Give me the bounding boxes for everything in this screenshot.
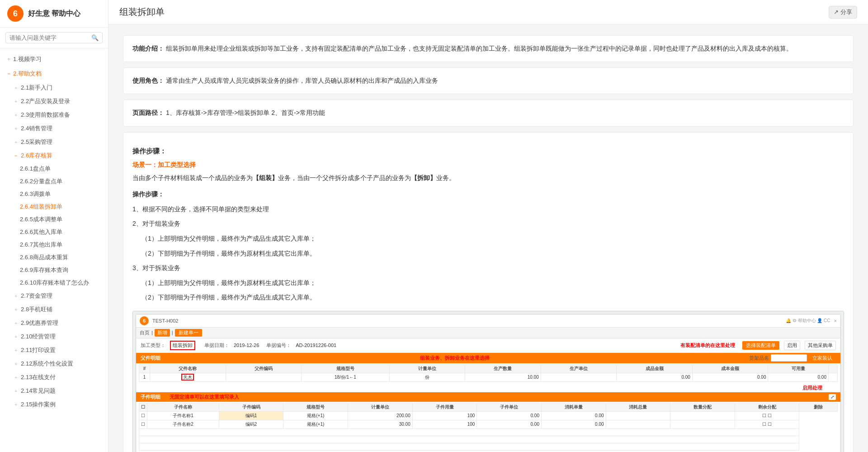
sidebar-item-partial-stocktake[interactable]: 2.6.2分量盘点单 (0, 175, 108, 188)
type-value: 组装拆卸 (170, 341, 195, 350)
th-prod-qty: 生产数量 (465, 364, 541, 373)
minus-icon-inventory: − (14, 153, 17, 158)
sidebar-item-coupon[interactable]: + 2.9优惠券管理 (0, 316, 108, 330)
table-row: ☐ 子件名称1 编码1 规格(+1) 200.00 100 0.00 0.00 (139, 411, 838, 420)
nav-new-btn[interactable]: 新增 (155, 329, 170, 337)
sidebar-item-mobile[interactable]: + 2.8手机旺铺 (0, 303, 108, 316)
btn-new-order[interactable]: 新建单一 (175, 329, 202, 337)
sidebar-item-purchase[interactable]: + 2.5采购管理 (0, 135, 108, 149)
plus-icon: + (14, 307, 17, 312)
sidebar-item-cases[interactable]: + 2.15操作案例 (0, 398, 108, 411)
sidebar-item-help-doc[interactable]: − 2.帮助文档 (0, 67, 108, 81)
sidebar-item-assembly[interactable]: 2.6.4组装拆卸单 (0, 200, 108, 213)
sidebar-item-settings[interactable]: + 2.12系统个性化设置 (0, 357, 108, 371)
annotation-top: 有装配清单的在这里处理 (680, 342, 735, 349)
bth-usage: 子件用量 (412, 403, 477, 411)
sidebar-item-finance[interactable]: + 2.7资金管理 (0, 289, 108, 303)
sidebar-item-ledger-fix[interactable]: 2.6.10库存账本错了怎么办 (0, 276, 108, 289)
intro-text: 组装拆卸单用来处理企业组装或拆卸等加工业务，支持有固定装配清单的产品加工业务，也… (166, 45, 793, 52)
search-box: 🔍 (0, 28, 108, 48)
section-top-label: 父件明细 (141, 355, 160, 362)
bth-unit: 计量单位 (348, 403, 413, 411)
sidebar-item-new-user[interactable]: + 2.1新手入门 (0, 81, 108, 95)
th-prod-unit: 生产单位 (541, 364, 617, 373)
section-bottom-bar: 子件明细 无固定清单可以在这里填写录入 ⤢ (136, 392, 840, 402)
plus-icon: + (14, 139, 17, 145)
table-row (139, 436, 838, 443)
sidebar-item-video[interactable]: + 1.视频学习 (0, 52, 108, 67)
topbar: 组装拆卸单 ↗ 分享 (108, 0, 868, 24)
plus-icon: + (7, 56, 10, 62)
date-value: 2019-12-26 (234, 343, 259, 348)
close-icon: × (834, 318, 837, 324)
plus-icon: + (14, 388, 17, 394)
search-label: 货架品名 (749, 355, 769, 362)
btn-action1[interactable]: 启用 (784, 341, 800, 350)
expand-icon[interactable]: ⤢ (829, 394, 836, 400)
sidebar-item-stocktake[interactable]: 2.6.1盘点单 (0, 162, 108, 175)
sidebar-item-ops[interactable]: + 2.10经营管理 (0, 330, 108, 343)
table-row (139, 443, 838, 450)
step2-a: （1）上部明细为父件明细，最终作为产成品生成其它入库单； (142, 233, 844, 245)
search-field[interactable] (771, 354, 807, 362)
section-bottom-label: 子件明细 (141, 394, 160, 400)
td-cost-amt: 0.00 (692, 373, 768, 381)
nav-home: 自页 (140, 329, 150, 336)
top-table-wrapper: # 父件名称 父件编码 规格型号 计量单位 生产数量 生产单位 成品金额 成本金 (136, 364, 840, 384)
th-spec: 规格型号 (302, 364, 389, 373)
sidebar-item-ledger-query[interactable]: 2.6.9库存账本查询 (0, 264, 108, 276)
btn-confirm[interactable]: 立家装认 (809, 354, 836, 362)
sidebar: 6 好生意 帮助中心 🔍 + 1.视频学习 − 2.帮助文档 + (0, 0, 108, 452)
td-prod-qty: 10.00 (465, 373, 541, 381)
bth-consume-total: 消耗总量 (606, 403, 670, 411)
app-wrapper: 6 TEST-H002 🔔 ⚙ 帮助中心 👤 CC × 自页 | 新增 | (133, 311, 844, 452)
bth-spec: 规格型号 (283, 403, 348, 411)
sidebar-item-other-in[interactable]: 2.6.6其他入库单 (0, 226, 108, 238)
sidebar-header: 6 好生意 帮助中心 (0, 0, 108, 28)
btn-select-bom[interactable]: 选择装配清单 (742, 341, 779, 350)
annotation-type: 组装业务、拆卸业务在这里选择 (420, 355, 490, 362)
sidebar-item-cost-recalc[interactable]: 2.6.8商品成本重算 (0, 251, 108, 264)
sidebar-item-install[interactable]: + 2.2产品安装及登录 (0, 95, 108, 108)
td-prod-unit (541, 373, 617, 381)
bth-qty-remain: 剩余分配 (735, 403, 799, 411)
th-parent-name: 父件名称 (150, 364, 226, 373)
step3-a: （1）上部明细为父件明细，最终作为原材料生成其它出库单； (142, 277, 844, 289)
bottom-table-body: ☐ 子件名称1 编码1 规格(+1) 200.00 100 0.00 0.00 (139, 411, 838, 450)
sidebar-item-payment[interactable]: + 2.13在线支付 (0, 371, 108, 384)
step1: 1、根据不同的业务，选择不同单据的类型来处理 (132, 203, 844, 215)
intro-label: 功能介绍： (132, 45, 164, 52)
sidebar-item-faq[interactable]: + 2.14常见问题 (0, 384, 108, 398)
path-card: 页面路径： 1、库存核算->库存管理->组装拆卸单 2、首页->常用功能 (123, 100, 854, 126)
minus-icon-help: − (7, 71, 10, 77)
th-num: # (139, 364, 150, 373)
bottom-table-wrapper: ☐ 子件名称 子件编码 规格型号 计量单位 子件用量 子件单位 消耗单量 消耗总 (136, 403, 840, 452)
sidebar-item-cost-adjust[interactable]: 2.6.5成本调整单 (0, 213, 108, 226)
scene1-heading: 场景一：加工类型选择 (132, 161, 844, 169)
share-button[interactable]: ↗ 分享 (829, 6, 857, 19)
inventory-subitems: 2.6.1盘点单 2.6.2分量盘点单 2.6.3调拨单 2.6.4组装拆卸单 … (0, 162, 108, 289)
td-parent-name: 关木 (150, 373, 226, 381)
td-action (829, 373, 838, 381)
sidebar-item-data-prep[interactable]: + 2.3使用前数据准备 (0, 108, 108, 122)
sidebar-item-print[interactable]: + 2.11打印设置 (0, 343, 108, 357)
sidebar-item-inventory[interactable]: − 2.6库存核算 (0, 149, 108, 162)
plus-icon: + (14, 347, 17, 353)
btn-action2[interactable]: 其他采购单 (805, 341, 836, 350)
sidebar-item-other-out[interactable]: 2.6.7其他出库单 (0, 238, 108, 251)
plus-icon: + (14, 99, 17, 104)
steps-heading2: 操作步骤： (132, 188, 844, 200)
plus-icon: + (14, 375, 17, 380)
search-wrapper[interactable]: 🔍 (5, 32, 103, 43)
app-nav: 自页 | 新增 | 新建单一 (136, 328, 840, 338)
steps-heading: 操作步骤： (132, 147, 844, 156)
steps-section: 操作步骤： 场景一：加工类型选择 当由多个子件材料组装成一个成品的业务为【组装】… (123, 132, 854, 452)
bth-code: 子件编码 (219, 403, 283, 411)
bth-consume-per: 消耗单量 (541, 403, 606, 411)
sidebar-item-transfer[interactable]: 2.6.3调拨单 (0, 188, 108, 200)
th-action (829, 364, 838, 373)
search-input[interactable] (9, 34, 91, 41)
sidebar-item-sales[interactable]: + 2.4销售管理 (0, 122, 108, 135)
td-unit: 份 (389, 373, 465, 381)
td-parent-code (226, 373, 302, 381)
